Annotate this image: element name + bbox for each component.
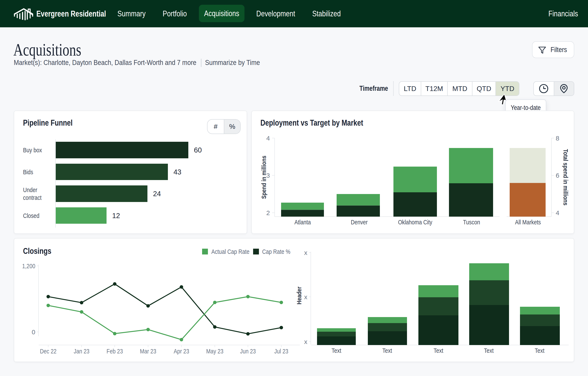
svg-text:1,200: 1,200: [22, 262, 35, 270]
svg-text:Text: Text: [332, 347, 342, 354]
svg-text:x: x: [304, 293, 307, 301]
svg-text:Header: Header: [296, 287, 303, 304]
svg-text:May 23: May 23: [206, 348, 224, 355]
svg-text:Mar 23: Mar 23: [140, 348, 156, 355]
svg-text:Under: Under: [23, 186, 37, 193]
svg-text:Bids: Bids: [23, 168, 33, 176]
svg-text:Oklahoma City: Oklahoma City: [398, 219, 432, 226]
svg-text:Closed: Closed: [23, 212, 39, 219]
svg-text:All Markets: All Markets: [515, 219, 541, 226]
svg-text:4: 4: [556, 209, 559, 216]
svg-text:Spend in millions: Spend in millions: [260, 156, 267, 199]
svg-text:43: 43: [173, 168, 182, 176]
svg-text:Total spend in millions: Total spend in millions: [562, 149, 569, 205]
svg-text:x: x: [304, 338, 307, 345]
svg-text:Text: Text: [383, 347, 392, 354]
svg-text:Actual Cap Rate: Actual Cap Rate: [211, 248, 249, 255]
svg-text:x: x: [304, 249, 307, 256]
svg-text:Text: Text: [484, 347, 494, 354]
svg-text:8: 8: [556, 135, 559, 142]
svg-text:Jan 23: Jan 23: [74, 348, 90, 355]
svg-text:contract: contract: [23, 194, 42, 201]
svg-text:Denver: Denver: [351, 219, 368, 226]
svg-text:Buy box: Buy box: [23, 146, 42, 154]
svg-text:24: 24: [153, 190, 161, 198]
svg-text:Atlanta: Atlanta: [294, 219, 311, 226]
svg-text:Text: Text: [535, 347, 545, 354]
svg-text:0: 0: [32, 328, 35, 335]
svg-text:Jun 23: Jun 23: [240, 348, 256, 355]
svg-text:6: 6: [556, 172, 559, 179]
svg-text:Text: Text: [434, 347, 444, 354]
svg-text:Dec 22: Dec 22: [40, 348, 57, 355]
svg-text:4: 4: [266, 135, 270, 142]
svg-text:2: 2: [266, 209, 270, 216]
svg-text:60: 60: [194, 146, 202, 154]
svg-text:Tuscon: Tuscon: [463, 219, 480, 226]
svg-text:Apr 23: Apr 23: [174, 348, 189, 355]
svg-text:Feb 23: Feb 23: [107, 348, 123, 355]
svg-text:12: 12: [112, 212, 120, 220]
svg-text:Cap Rate %: Cap Rate %: [262, 248, 290, 255]
svg-text:Jul 23: Jul 23: [274, 348, 289, 355]
